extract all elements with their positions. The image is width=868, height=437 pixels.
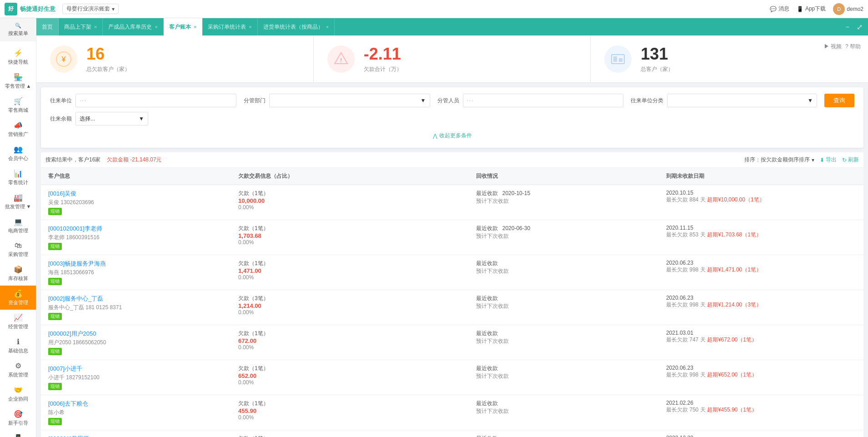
debt-ratio: 0.00% bbox=[238, 239, 476, 246]
total-customers-value: 131 bbox=[641, 45, 673, 64]
sidebar-item-purchase[interactable]: 🛍 采购管理 bbox=[0, 238, 36, 261]
customer-phone: 李老师 18600391516 bbox=[48, 234, 238, 241]
sidebar-item-guide[interactable]: 🎯 新手引导 bbox=[0, 406, 36, 430]
main-layout: 🔍 搜索菜单 ⚡ 快捷导航 🏪 零售管理 ▲ 🛒 零售商城 � bbox=[0, 18, 868, 437]
sidebar-item-retail-mgmt[interactable]: 🏪 零售管理 ▲ bbox=[0, 69, 36, 93]
customer-name-link[interactable]: [0016]吴俊 bbox=[48, 190, 238, 198]
overdue-amount-link[interactable]: 超期¥1,703.68（1笔） bbox=[707, 231, 762, 238]
remain-arrow-icon: ▼ bbox=[139, 116, 144, 122]
debt-ratio: 0.00% bbox=[238, 414, 476, 421]
unit-category-label: 往来单位分类 bbox=[631, 97, 663, 105]
overdue-amount-link[interactable]: 超期¥672.00（1笔） bbox=[707, 337, 757, 343]
tab-purchase-stats[interactable]: 采购订单统计表 × bbox=[202, 18, 257, 35]
minimize-window-icon[interactable]: － bbox=[842, 21, 853, 33]
org-selector[interactable]: 母婴行业演示账套 ▾ bbox=[62, 4, 119, 14]
debt-info-cell: 欠款（1笔） 652.00 0.00% bbox=[238, 365, 476, 386]
help-button[interactable]: ? 帮助 bbox=[845, 43, 861, 50]
sidebar-item-inventory[interactable]: 📦 库存核算 bbox=[0, 261, 36, 286]
due-date-cell: 2021.02.26 最长欠款 750 天 超期¥455.90（1笔） bbox=[666, 400, 856, 414]
latest-payment-label: 最近收款 2020-06-30 bbox=[476, 225, 666, 232]
overdue-amount-link[interactable]: 超期¥1,471.00（1笔） bbox=[707, 266, 762, 273]
due-date-cell: 2020.12.30 最长欠款 808 天 超期¥429.00（1笔） bbox=[666, 435, 856, 437]
customer-name-link[interactable]: [000002]用户2050 bbox=[48, 330, 238, 338]
dept-select[interactable]: ▼ bbox=[269, 94, 430, 107]
filter-row-2: 往来余额 选择... ▼ bbox=[50, 112, 854, 126]
operations-icon: 📈 bbox=[14, 313, 23, 322]
debt-amount: 1,703.68 bbox=[238, 232, 476, 239]
customer-name-link[interactable]: [0001020001]李老师 bbox=[48, 225, 238, 233]
staff-input[interactable]: ··· bbox=[463, 94, 624, 107]
customer-name-link[interactable]: [0003]畅捷服务尹海燕 bbox=[48, 260, 238, 268]
overdue-amount-link[interactable]: 超期¥455.90（1笔） bbox=[707, 407, 757, 413]
ecommerce-icon: 💻 bbox=[14, 217, 23, 226]
message-icon: 💬 bbox=[770, 6, 777, 12]
sidebar-item-member[interactable]: 👥 会员中心 bbox=[0, 141, 36, 166]
wholesale-icon: 🏭 bbox=[14, 193, 23, 202]
maximize-window-icon[interactable]: ⤢ bbox=[855, 22, 864, 32]
customer-phone: 海燕 18513066976 bbox=[48, 269, 238, 276]
close-tab-customer-ledger[interactable]: × bbox=[194, 24, 196, 30]
tab-customer-ledger[interactable]: 客户账本 × bbox=[164, 18, 202, 35]
sidebar-item-marketing[interactable]: 📣 营销推广 bbox=[0, 117, 36, 141]
from-unit-input[interactable]: ··· bbox=[75, 94, 236, 107]
table-row: [0016]吴俊 吴俊 13026203696 现销 欠款（1笔） 10,000… bbox=[41, 185, 863, 220]
tab-stock-stats[interactable]: 进货单统计表（按商品） × bbox=[258, 18, 335, 35]
sidebar-item-finance[interactable]: 💰 资金管理 bbox=[0, 286, 36, 310]
customer-info-cell: [000002]用户2050 用户2050 18665062050 现销 bbox=[48, 330, 238, 355]
logo-icon: 好 bbox=[5, 3, 17, 15]
table-row: [0007]小进千 小进千 18279152100 现销 欠款（1笔） 652.… bbox=[41, 360, 863, 395]
sidebar-item-enterprise[interactable]: 🤝 企业协同 bbox=[0, 382, 36, 406]
sidebar-item-app-center[interactable]: 📱 应用中心 bbox=[0, 430, 36, 437]
tab-bar: 首页 商品上下架 × 产成品入库单历史 × 客户账本 × 采购订单统计表 × bbox=[36, 18, 868, 35]
stat-card-debt-customers-info: 16 总欠款客户（家） bbox=[86, 45, 130, 73]
unit-category-select[interactable]: ▼ bbox=[667, 94, 817, 107]
sidebar-item-base-info[interactable]: ℹ 基础信息 bbox=[0, 334, 36, 358]
tab-stock-history[interactable]: 产成品入库单历史 × bbox=[103, 18, 163, 35]
overdue-amount-link[interactable]: 超期¥652.00（1笔） bbox=[707, 372, 757, 378]
sidebar-item-retail-stats[interactable]: 📊 零售统计 bbox=[0, 166, 36, 190]
overdue-amount-link[interactable]: 超期¥1,214.00（3笔） bbox=[707, 301, 762, 308]
svg-rect-6 bbox=[619, 58, 622, 62]
sidebar-item-ecommerce[interactable]: 💻 电商管理 bbox=[0, 214, 36, 238]
sidebar-item-system[interactable]: ⚙ 系统管理 bbox=[0, 358, 36, 382]
sidebar-item-retail-store[interactable]: 🛒 零售商城 bbox=[0, 93, 36, 117]
customer-phone: 用户2050 18665062050 bbox=[48, 339, 238, 347]
app-download-button[interactable]: 📱 App下载 bbox=[797, 5, 826, 13]
overdue-amount-link[interactable]: 超期¥10,000.00（1笔） bbox=[707, 196, 765, 203]
search-menu-button[interactable]: 🔍 搜索菜单 bbox=[3, 21, 33, 39]
top-bar: 好 畅捷通好生意 母婴行业演示账套 ▾ 💬 消息 📱 App下载 D demo2 bbox=[0, 0, 868, 18]
due-date-value: 2020.10.15 bbox=[666, 190, 856, 196]
tab-home[interactable]: 首页 bbox=[36, 18, 59, 35]
debt-ratio: 0.00% bbox=[238, 309, 476, 316]
customer-name-link[interactable]: [000001]黄思源 bbox=[48, 435, 238, 437]
close-tab-purchase-stats[interactable]: × bbox=[249, 24, 251, 30]
sidebar-item-wholesale[interactable]: 🏭 批发管理 ▼ bbox=[0, 190, 36, 214]
message-button[interactable]: 💬 消息 bbox=[770, 5, 789, 13]
latest-payment-label: 最近收款 bbox=[476, 400, 666, 407]
user-profile[interactable]: D demo2 bbox=[833, 3, 863, 15]
customer-name-link[interactable]: [0007]小进千 bbox=[48, 365, 238, 373]
close-tab-product-listing[interactable]: × bbox=[94, 24, 97, 30]
table-row: [000002]用户2050 用户2050 18665062050 现销 欠款（… bbox=[41, 325, 863, 360]
customer-name-link[interactable]: [0002]服务中心_丁磊 bbox=[48, 295, 238, 303]
sidebar-item-quick-nav[interactable]: ⚡ 快捷导航 bbox=[0, 45, 36, 69]
remain-select[interactable]: 选择... ▼ bbox=[75, 112, 148, 126]
customer-name-link[interactable]: [0006]去下粮仓 bbox=[48, 400, 238, 408]
due-date-cell: 2020.06.23 最长欠款 998 天 超期¥1,471.00（1笔） bbox=[666, 260, 856, 274]
tab-product-listing[interactable]: 商品上下架 × bbox=[59, 18, 103, 35]
due-date-cell: 2020.06.23 最长欠款 998 天 超期¥1,214.00（3笔） bbox=[666, 295, 856, 309]
sidebar-item-operations[interactable]: 📈 经营管理 bbox=[0, 310, 36, 334]
close-tab-stock-history[interactable]: × bbox=[155, 24, 157, 30]
collapse-button[interactable]: ⋀ 收起更多条件 bbox=[50, 130, 854, 141]
refresh-button[interactable]: ↻ 刷新 bbox=[842, 156, 859, 164]
search-button[interactable]: 查询 bbox=[824, 94, 854, 107]
col-due-date: 到期未收款日期 bbox=[666, 172, 856, 180]
due-date-cell: 2021.03.01 最长欠款 747 天 超期¥672.00（1笔） bbox=[666, 330, 856, 344]
payment-status-cell: 最近收款 预计下次收款 bbox=[476, 330, 666, 345]
video-button[interactable]: ▶ 视频 bbox=[824, 43, 842, 50]
sort-button[interactable]: 排序：按欠款金额倒序排序 ▾ bbox=[744, 156, 814, 164]
export-button[interactable]: ⬇ 导出 bbox=[820, 156, 837, 164]
next-payment-label: 预计下次收款 bbox=[476, 197, 666, 205]
close-tab-stock-stats[interactable]: × bbox=[326, 24, 329, 30]
finance-icon: 💰 bbox=[14, 289, 23, 298]
